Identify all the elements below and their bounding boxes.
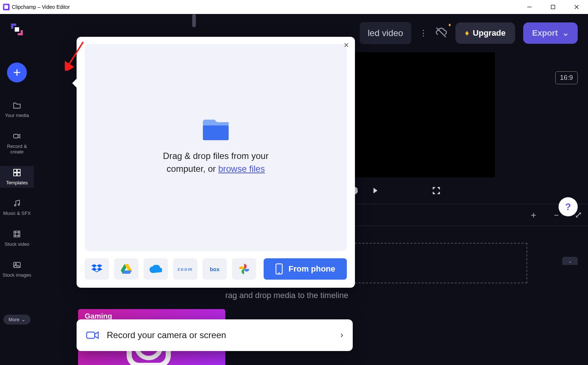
cloud-off-icon — [435, 26, 447, 39]
popover-pointer — [72, 79, 77, 88]
sidebar-item-templates[interactable]: Templates — [0, 166, 34, 188]
source-google-photos-button[interactable] — [232, 258, 256, 280]
more-label: More — [8, 317, 20, 322]
import-media-button[interactable] — [7, 63, 27, 82]
timeline-drop-hint: rag and drop media to the timeline — [225, 291, 348, 300]
crown-icon: ♦ — [465, 28, 469, 38]
chevron-right-icon: › — [341, 330, 343, 340]
sidebar-item-your-media[interactable]: Your media — [0, 99, 34, 121]
source-dropbox-button[interactable] — [85, 258, 109, 280]
browse-files-link[interactable]: browse files — [218, 164, 265, 174]
filmstrip-icon — [13, 230, 21, 238]
folder-icon — [13, 101, 21, 110]
source-zoom-button[interactable]: zoom — [173, 258, 197, 280]
fullscreen-button[interactable] — [432, 186, 441, 197]
project-title-text: led video — [368, 28, 403, 38]
help-button[interactable]: ? — [559, 197, 578, 216]
box-icon: box — [210, 266, 220, 272]
project-menu-button[interactable]: ⋮ — [419, 28, 427, 38]
sidebar: Your media Record & create Templates Mus… — [0, 14, 34, 365]
from-phone-label: From phone — [288, 264, 335, 274]
source-box-button[interactable]: box — [203, 258, 227, 280]
svg-line-21 — [436, 28, 446, 37]
music-icon — [13, 199, 21, 208]
skip-end-button[interactable] — [372, 186, 381, 197]
window-titlebar: Clipchamp – Video Editor — [0, 0, 588, 14]
upgrade-button[interactable]: ♦ Upgrade — [455, 22, 515, 44]
import-media-popover: ✕ Drag & drop files from your computer, … — [77, 37, 355, 288]
window-close-button[interactable] — [568, 0, 585, 14]
google-photos-icon — [239, 264, 249, 274]
chevron-down-icon: ⌄ — [562, 28, 569, 38]
upgrade-label: Upgrade — [473, 28, 506, 38]
sidebar-item-music-sfx[interactable]: Music & SFX — [0, 196, 34, 219]
svg-point-13 — [18, 204, 20, 205]
phone-icon — [275, 263, 283, 274]
zoom-in-button[interactable]: ＋ — [529, 209, 538, 221]
source-google-drive-button[interactable] — [114, 258, 138, 280]
window-maximize-button[interactable] — [545, 0, 561, 14]
sidebar-item-label: Music & SFX — [3, 210, 31, 216]
export-label: Export — [532, 28, 558, 38]
dropzone-line1: Drag & drop files from your — [163, 151, 269, 161]
svg-rect-8 — [14, 169, 17, 172]
file-dropzone[interactable]: Drag & drop files from your computer, or… — [85, 44, 347, 251]
panel-scrollbar-thumb[interactable] — [192, 14, 196, 27]
window-minimize-button[interactable] — [521, 0, 538, 14]
export-button[interactable]: Export ⌄ — [523, 22, 578, 44]
google-drive-icon — [121, 264, 132, 274]
svg-rect-10 — [14, 173, 17, 176]
dropbox-icon — [91, 264, 102, 274]
sidebar-item-record-create[interactable]: Record & create — [0, 130, 34, 157]
sidebar-item-label: Your media — [5, 113, 29, 118]
sync-status-button[interactable]: ♦ — [435, 26, 447, 40]
image-icon — [13, 261, 21, 269]
premium-crown-icon: ♦ — [448, 22, 451, 28]
chevron-down-icon: ⌄ — [21, 317, 25, 322]
svg-rect-4 — [15, 27, 19, 32]
sidebar-item-label: Stock video — [4, 241, 29, 247]
sidebar-item-label: Record & create — [0, 143, 34, 155]
svg-rect-7 — [14, 134, 18, 138]
source-onedrive-button[interactable] — [144, 258, 168, 280]
record-camera-screen-button[interactable]: Record your camera or screen › — [77, 319, 353, 351]
sidebar-item-stock-video[interactable]: Stock video — [0, 227, 34, 249]
zoom-icon: zoom — [177, 266, 193, 272]
window-title: Clipchamp – Video Editor — [12, 4, 70, 10]
help-icon: ? — [565, 201, 571, 213]
onedrive-icon — [149, 265, 162, 273]
svg-rect-14 — [14, 231, 20, 237]
folder-icon — [203, 120, 229, 140]
project-title-field[interactable]: led video — [360, 22, 411, 44]
sidebar-more-button[interactable]: More ⌄ — [3, 315, 31, 325]
svg-rect-11 — [17, 173, 20, 176]
annotation-arrow — [65, 40, 85, 71]
main-content: led video ⋮ ♦ ♦ Upgrade Export ⌄ 16:9 — [34, 14, 588, 365]
popover-close-button[interactable]: ✕ — [344, 41, 349, 49]
svg-rect-1 — [551, 5, 555, 9]
svg-line-24 — [68, 42, 83, 66]
svg-rect-27 — [87, 332, 95, 339]
app-logo — [8, 21, 26, 38]
templates-icon — [13, 168, 21, 177]
sidebar-item-label: Stock images — [3, 272, 31, 278]
svg-point-12 — [14, 205, 16, 206]
dropzone-text: Drag & drop files from your computer, or… — [163, 150, 269, 176]
svg-rect-9 — [17, 169, 20, 172]
app-window-icon — [3, 4, 10, 10]
from-phone-button[interactable]: From phone — [264, 258, 347, 280]
cloud-sources-row: zoom box From phone — [85, 258, 347, 280]
sidebar-item-stock-images[interactable]: Stock images — [0, 258, 34, 280]
sidebar-item-label: Templates — [6, 180, 28, 186]
dropzone-line2-prefix: computer, or — [167, 164, 218, 174]
camcorder-icon — [86, 329, 99, 341]
record-label: Record your camera or screen — [107, 330, 226, 340]
camcorder-icon — [13, 132, 21, 141]
